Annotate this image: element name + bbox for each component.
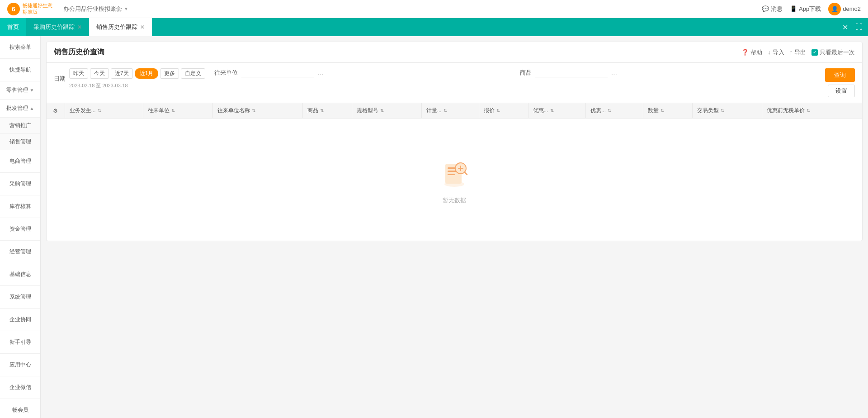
main-layout: 搜索菜单 快捷导航 零售管理 ▼ 批发管理 ▲ 营销推广 销售管理 电商管理 采… bbox=[0, 36, 868, 418]
only-last-checkbox[interactable]: ✓ bbox=[811, 49, 818, 56]
sidebar-item-corp-wechat[interactable]: 企业微信 bbox=[0, 376, 40, 399]
import-btn[interactable]: ↓ 导入 bbox=[768, 48, 784, 57]
date-btn-7days[interactable]: 近7天 bbox=[111, 68, 133, 79]
logo-text: 畅捷通好生意 标准版 bbox=[23, 3, 52, 14]
date-filter-label: 日期 bbox=[54, 75, 66, 83]
sidebar-system-label: 系统管理 bbox=[9, 294, 31, 301]
sidebar-inventory-label: 库存核算 bbox=[9, 203, 31, 210]
setting-button[interactable]: 设置 bbox=[828, 85, 855, 97]
th-discount2[interactable]: 优惠... ⇅ bbox=[585, 103, 643, 119]
sidebar-basicinfo-label: 基础信息 bbox=[9, 271, 31, 278]
date-buttons: 昨天 今天 近7天 近1月 更多 自定义 bbox=[69, 68, 205, 79]
app-title-area[interactable]: 办公用品行业模拟账套 ▼ bbox=[63, 5, 128, 13]
date-btn-today[interactable]: 今天 bbox=[90, 68, 109, 79]
sort-icon-discount1: ⇅ bbox=[550, 108, 554, 113]
sidebar-item-purchase-mgmt[interactable]: 采购管理 bbox=[0, 173, 40, 195]
th-quantity[interactable]: 数量 ⇅ bbox=[643, 103, 692, 119]
th-trade-type[interactable]: 交易类型 ⇅ bbox=[692, 103, 762, 119]
tab-home[interactable]: 首页 bbox=[0, 18, 26, 36]
export-icon: ↑ bbox=[790, 49, 793, 56]
sidebar-item-ecommerce[interactable]: 电商管理 bbox=[0, 150, 40, 173]
sort-icon-pretax-price: ⇅ bbox=[807, 108, 810, 113]
sidebar-newguide-label: 新手引导 bbox=[9, 339, 31, 346]
sort-icon-quantity: ⇅ bbox=[660, 108, 664, 113]
th-counterpart-code[interactable]: 往来单位 ⇅ bbox=[143, 103, 212, 119]
th-price[interactable]: 报价 ⇅ bbox=[479, 103, 528, 119]
sidebar-item-marketing[interactable]: 营销推广 bbox=[0, 118, 40, 134]
sort-icon-counterpart: ⇅ bbox=[171, 108, 175, 113]
sidebar-item-wholesale-mgmt[interactable]: 批发管理 ▲ bbox=[0, 100, 40, 118]
th-spec[interactable]: 规格型号 ⇅ bbox=[352, 103, 421, 119]
tab-bar: 首页 采购历史价跟踪 ✕ 销售历史价跟踪 ✕ ✕ ⛶ bbox=[0, 18, 868, 36]
sidebar-item-retail-mgmt[interactable]: 零售管理 ▼ bbox=[0, 81, 40, 100]
message-icon: 💬 bbox=[762, 5, 769, 12]
tab-purchase-close[interactable]: ✕ bbox=[77, 24, 82, 30]
sidebar-item-basic-info[interactable]: 基础信息 bbox=[0, 263, 40, 286]
th-discount1[interactable]: 优惠... ⇅ bbox=[528, 103, 585, 119]
sidebar-search-label: 搜索菜单 bbox=[9, 44, 31, 51]
counterpart-input[interactable] bbox=[241, 68, 314, 77]
sort-icon-goods: ⇅ bbox=[320, 108, 324, 113]
date-btn-1month[interactable]: 近1月 bbox=[135, 68, 159, 79]
sort-icon-counterpart-name: ⇅ bbox=[252, 108, 255, 113]
user-avatar: 👤 bbox=[828, 3, 841, 15]
phone-icon: 📱 bbox=[790, 5, 797, 12]
sidebar-finance-label: 资金管理 bbox=[9, 226, 31, 233]
sidebar-item-search-menu[interactable]: 搜索菜单 bbox=[0, 36, 40, 59]
tab-purchase-history[interactable]: 采购历史价跟踪 ✕ bbox=[26, 18, 89, 36]
th-counterpart-name[interactable]: 往来单位名称 ⇅ bbox=[212, 103, 303, 119]
sidebar-item-new-guide[interactable]: 新手引导 bbox=[0, 331, 40, 354]
date-btn-custom[interactable]: 自定义 bbox=[181, 68, 205, 79]
export-btn[interactable]: ↑ 导出 bbox=[790, 48, 807, 57]
th-pretax-price[interactable]: 优惠前无税单价 ⇅ bbox=[762, 103, 862, 119]
app-title: 办公用品行业模拟账套 bbox=[63, 5, 122, 13]
data-table: ⚙ 业务发生... ⇅ 往来单位 bbox=[47, 103, 862, 119]
th-unit[interactable]: 计量... ⇅ bbox=[421, 103, 479, 119]
sidebar-item-vip-member[interactable]: 畅会员 bbox=[0, 399, 40, 418]
sort-icon-price: ⇅ bbox=[496, 108, 500, 113]
th-biz-date[interactable]: 业务发生... ⇅ bbox=[65, 103, 143, 119]
date-range-text: 2023-02-18 至 2023-03-18 bbox=[69, 82, 205, 89]
counterpart-label: 往来单位 bbox=[214, 69, 238, 77]
sidebar-quicknav-label: 快捷导航 bbox=[9, 66, 31, 74]
counterpart-dots-btn[interactable]: ... bbox=[317, 69, 323, 77]
sidebar-item-app-center[interactable]: 应用中心 bbox=[0, 354, 40, 376]
sidebar-item-system-mgmt[interactable]: 系统管理 bbox=[0, 286, 40, 309]
sidebar-purchase-label: 采购管理 bbox=[9, 180, 31, 188]
app-download-action[interactable]: 📱 App下载 bbox=[790, 5, 821, 13]
th-goods[interactable]: 商品 ⇅ bbox=[303, 103, 352, 119]
sidebar-item-sales-mgmt[interactable]: 销售管理 bbox=[0, 134, 40, 150]
sidebar-item-corp-collab[interactable]: 企业协同 bbox=[0, 309, 40, 331]
tab-close-all-btn[interactable]: ✕ bbox=[840, 21, 850, 33]
date-btn-more[interactable]: 更多 bbox=[160, 68, 179, 79]
only-last-area[interactable]: ✓ 只看最后一次 bbox=[811, 48, 855, 57]
tab-purchase-label: 采购历史价跟踪 bbox=[33, 23, 75, 31]
empty-text: 暂无数据 bbox=[443, 196, 466, 204]
tab-fullscreen-btn[interactable]: ⛶ bbox=[854, 21, 864, 33]
sidebar-item-quick-nav[interactable]: 快捷导航 bbox=[0, 59, 40, 81]
goods-input[interactable] bbox=[535, 68, 608, 77]
sidebar-item-operations[interactable]: 经营管理 bbox=[0, 241, 40, 263]
dropdown-icon: ▼ bbox=[124, 6, 128, 11]
sidebar-retail-label: 零售管理 bbox=[6, 86, 28, 94]
sidebar-wholesale-label: 批发管理 bbox=[6, 104, 28, 112]
sidebar-item-inventory[interactable]: 库存核算 bbox=[0, 195, 40, 218]
goods-dots-btn[interactable]: ... bbox=[611, 69, 617, 77]
query-button[interactable]: 查询 bbox=[825, 68, 855, 82]
empty-illustration bbox=[436, 155, 472, 191]
sidebar-vipmember-label: 畅会员 bbox=[12, 407, 28, 414]
th-settings[interactable]: ⚙ bbox=[47, 103, 65, 119]
username: demo2 bbox=[843, 5, 861, 12]
sidebar-item-finance[interactable]: 资金管理 bbox=[0, 218, 40, 241]
tab-sales-history[interactable]: 销售历史价跟踪 ✕ bbox=[89, 18, 152, 36]
goods-filter-group: 商品 ... bbox=[520, 68, 816, 77]
import-icon: ↓ bbox=[768, 49, 771, 56]
tab-sales-close[interactable]: ✕ bbox=[140, 24, 145, 30]
message-action[interactable]: 💬 消息 bbox=[762, 5, 783, 13]
user-area[interactable]: 👤 demo2 bbox=[828, 3, 861, 15]
date-filter-group: 日期 昨天 今天 近7天 近1月 更多 自定义 2023-02-18 至 202… bbox=[54, 68, 205, 89]
svg-line-8 bbox=[464, 172, 467, 175]
help-btn[interactable]: ❓ 帮助 bbox=[741, 48, 762, 57]
svg-rect-4 bbox=[448, 174, 455, 175]
date-btn-yesterday[interactable]: 昨天 bbox=[69, 68, 88, 79]
